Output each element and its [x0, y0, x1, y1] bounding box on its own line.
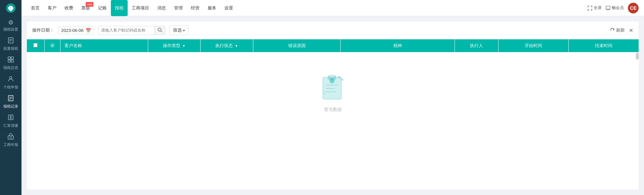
sidebar-item-label: 报税记录 [3, 104, 18, 109]
nav-messages[interactable]: 消息 [153, 0, 170, 16]
svg-rect-7 [8, 60, 10, 62]
sidebar-item-gongshangnianban[interactable]: 工商年报 [0, 130, 22, 150]
overview-icon [7, 56, 14, 65]
th-executor: 执行人 [455, 39, 498, 52]
svg-rect-5 [8, 57, 10, 59]
nav-clients[interactable]: 客户 [44, 0, 60, 16]
svg-rect-6 [11, 57, 13, 59]
user-avatar[interactable]: CE [628, 3, 639, 13]
th-error-reason: 错误原因 [253, 39, 341, 52]
topnav-right: 全屏 畅会员 CE [588, 3, 639, 13]
toolbar-right: 刷新 ✕ [610, 27, 633, 34]
calc-icon [7, 114, 14, 122]
nav-billing[interactable]: 收费 [60, 0, 77, 16]
nav-tax[interactable]: 报税 [111, 0, 128, 16]
refresh-button[interactable]: 刷新 [610, 27, 625, 33]
date-value: 2023-06-06 [61, 28, 84, 33]
th-start-time: 开始时间 [499, 39, 569, 52]
svg-point-25 [52, 45, 53, 46]
svg-rect-8 [11, 60, 13, 62]
calendar-icon: 📅 [86, 28, 91, 33]
th-op-type[interactable]: 操作类型 ▼ [148, 39, 201, 52]
chevron-down-icon: ▾ [183, 29, 185, 32]
sidebar-item-label: 报税设置 [3, 27, 18, 32]
sidebar-item-label: 批量报税 [3, 46, 18, 51]
th-exec-status[interactable]: 执行状态 ▼ [201, 39, 253, 52]
empty-state: ! 暂无数据 [27, 52, 639, 133]
empty-illustration: ! [319, 72, 346, 103]
sort-icon: ▼ [235, 44, 238, 48]
new-badge: new [86, 2, 93, 7]
th-client-name: 客户名称 [60, 39, 148, 52]
nav-services[interactable]: 服务 [204, 0, 220, 16]
search-button[interactable] [155, 26, 165, 35]
sidebar-item-baoduijilu[interactable]: 报税记录 [0, 92, 22, 111]
nav-operations[interactable]: 经营 [187, 0, 204, 16]
sidebar-item-baoduizonglan[interactable]: 报税总览 [0, 53, 22, 73]
date-label: 操作日期： [32, 27, 54, 33]
fullscreen-button[interactable]: 全屏 [588, 5, 602, 11]
record-icon [7, 95, 14, 103]
search-icon [158, 28, 162, 32]
sidebar-item-label: 汇算清缴 [3, 123, 18, 128]
th-tax-type: 税种 [341, 39, 455, 52]
scroll-indicator[interactable] [636, 53, 639, 60]
toolbar: 操作日期： 2023-06-06 📅 筛选 ▾ [27, 22, 639, 39]
fullscreen-icon [588, 6, 592, 10]
sidebar-item-geshuishenban[interactable]: 个税申报 [0, 73, 22, 92]
svg-text:!: ! [331, 79, 333, 83]
batch-tax-icon [7, 37, 14, 45]
th-end-time: 结束时间 [568, 39, 639, 52]
sidebar-item-label: 个税申报 [3, 85, 18, 89]
search-box [98, 26, 165, 35]
th-settings [44, 39, 60, 52]
sidebar-item-baoduishezhi[interactable]: ⚙ 报税设置 [0, 16, 22, 34]
nav-settings[interactable]: 设置 [220, 0, 237, 16]
sidebar-item-huisuanqingsuan[interactable]: 汇算清缴 [0, 111, 22, 130]
select-all-checkbox[interactable] [33, 43, 38, 47]
content-card: 操作日期： 2023-06-06 📅 筛选 ▾ [27, 22, 639, 190]
svg-rect-28 [330, 75, 335, 77]
sidebar: ⚙ 报税设置 批量报税 报税总览 [0, 0, 22, 195]
content-area: 操作日期： 2023-06-06 📅 筛选 ▾ [22, 16, 644, 195]
nav-manage[interactable]: 管理 [170, 0, 187, 16]
person-tax-icon [7, 76, 14, 84]
nav-accounts[interactable]: 记账 [94, 0, 111, 16]
svg-point-9 [10, 76, 12, 79]
svg-rect-21 [606, 6, 610, 9]
main-area: 首页 客户 收费 票据 new 记账 报税 工商项目 消息 管理 经营 [22, 0, 644, 195]
search-input[interactable] [98, 27, 155, 34]
empty-text: 暂无数据 [324, 107, 342, 113]
records-table: 客户名称 操作类型 ▼ 执行状态 ▼ 错误原因 [27, 39, 639, 52]
svg-line-24 [161, 31, 162, 32]
refresh-icon [610, 28, 615, 33]
table-container: 客户名称 操作类型 ▼ 执行状态 ▼ 错误原因 [27, 39, 639, 190]
sidebar-item-label: 工商年报 [3, 143, 18, 147]
filter-button[interactable]: 筛选 ▾ [169, 26, 188, 35]
member-icon [606, 6, 610, 10]
settings-icon: ⚙ [8, 19, 13, 26]
close-button[interactable]: ✕ [629, 27, 633, 34]
svg-rect-19 [8, 136, 13, 139]
sidebar-item-label: 报税总览 [3, 66, 18, 70]
date-picker[interactable]: 2023-06-06 📅 [58, 27, 94, 34]
nav-invoice[interactable]: 票据 new [77, 0, 94, 16]
sort-icon: ▼ [182, 44, 185, 48]
svg-point-36 [323, 91, 326, 95]
member-button[interactable]: 畅会员 [606, 5, 624, 11]
company-report-icon [7, 133, 14, 142]
nav-home[interactable]: 首页 [27, 0, 44, 16]
nav-business[interactable]: 工商项目 [128, 0, 153, 16]
top-navigation: 首页 客户 收费 票据 new 记账 报税 工商项目 消息 管理 经营 [22, 0, 644, 16]
svg-rect-20 [10, 137, 11, 138]
sidebar-item-piliangbaoshui[interactable]: 批量报税 [0, 34, 22, 53]
column-settings-icon[interactable] [50, 43, 55, 48]
th-checkbox [27, 39, 44, 52]
app-logo[interactable] [0, 0, 22, 16]
